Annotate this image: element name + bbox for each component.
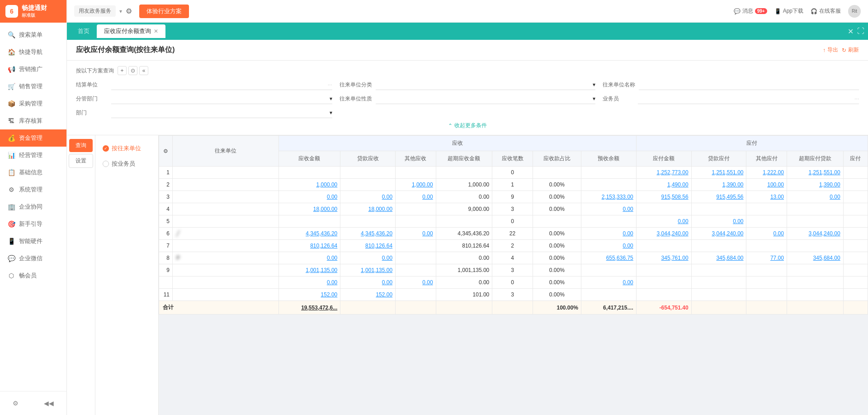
add-filter-btn[interactable]: + [118,66,127,75]
cell-2-8[interactable]: 2,153,333.00 [581,191,636,203]
cell-1-10[interactable]: 1,390.00 [691,179,746,191]
cell-2-11[interactable]: 13.00 [746,191,787,203]
cell-3-2[interactable]: 18,000.00 [278,203,340,215]
cell-10-2[interactable]: 152.00 [278,289,340,301]
cell-8-9[interactable] [636,264,691,277]
sidebar-item-quicknav[interactable]: 🏠 快捷导航 [0,43,66,61]
salesperson-input[interactable]: ··· [638,94,859,104]
cell-10-4[interactable] [396,289,436,301]
cell-0-9[interactable]: 1,252,773.00 [636,167,691,179]
cell-1-4[interactable]: 1,000.00 [396,179,436,191]
partner-nature-select[interactable]: ▾ [376,94,596,104]
cell-1-12[interactable]: 1,390.00 [787,179,843,191]
sidebar-item-inventory[interactable]: 🏗 库存核算 [0,112,66,129]
cell-0-8[interactable] [581,167,636,179]
cell-6-9[interactable] [636,240,691,252]
cell-7-10[interactable]: 345,684.00 [691,252,746,264]
cell-0-2[interactable] [278,167,340,179]
sidebar-item-purchase[interactable]: 📦 采购管理 [0,95,66,112]
cell-3-9[interactable] [636,203,691,215]
cell-5-2[interactable]: 4,345,436.20 [278,228,340,240]
sidebar-item-basicinfo[interactable]: 📋 基础信息 [0,164,66,181]
export-btn[interactable]: ↑ 导出 [823,46,838,54]
cell-2-10[interactable]: 915,495.56 [691,191,746,203]
tab-home[interactable]: 首页 [71,24,97,38]
cell-10-9[interactable] [636,289,691,301]
cell-7-3[interactable]: 0.00 [340,252,396,264]
cell-8-4[interactable] [396,264,436,277]
cell-10-12[interactable] [787,289,843,301]
cell-9-4[interactable]: 0.00 [396,277,436,289]
more-filter-btn[interactable]: « [139,66,148,75]
cell-10-10[interactable] [691,289,746,301]
cell-7-11[interactable]: 77.00 [746,252,787,264]
cell-8-2[interactable]: 1,001,135.00 [278,264,340,277]
sidebar-item-guide[interactable]: 🎯 新手引导 [0,215,66,233]
filter-panel-by-partner[interactable]: ✓ 按往来单位 [95,141,158,156]
cell-9-3[interactable]: 0.00 [340,277,396,289]
cell-2-4[interactable]: 0.00 [396,191,436,203]
cell-6-4[interactable] [396,240,436,252]
cell-1-9[interactable]: 1,490.00 [636,179,691,191]
app-download-btn[interactable]: 📱 App下载 [774,7,803,15]
cell-3-8[interactable]: 0.00 [581,203,636,215]
user-avatar[interactable]: Rit [848,5,861,18]
collapse-filter-btn[interactable]: ⌃ 收起更多条件 [76,122,859,129]
sidebar-item-sales[interactable]: 🛒 销售管理 [0,78,66,95]
cell-10-11[interactable] [746,289,787,301]
cell-4-11[interactable] [746,215,787,228]
cell-8-8[interactable] [581,264,636,277]
header-settings-icon[interactable]: ⚙ [126,7,132,15]
cell-3-12[interactable] [787,203,843,215]
company-selector[interactable]: 用友政务服务 [74,5,116,17]
cell-6-2[interactable]: 810,126.64 [278,240,340,252]
cell-1-11[interactable]: 100.00 [746,179,787,191]
refresh-btn[interactable]: ↻ 刷新 [842,46,859,54]
dept-select[interactable]: ▾ [111,108,332,118]
tab-close-icon[interactable]: ✕ [154,28,158,34]
sidebar-item-search[interactable]: 🔍 搜索菜单 [0,26,66,43]
cell-3-4[interactable] [396,203,436,215]
cell-5-11[interactable]: 0.00 [746,228,787,240]
cell-5-4[interactable]: 0.00 [396,228,436,240]
cell-7-8[interactable]: 655,636.75 [581,252,636,264]
cell-7-12[interactable]: 345,684.00 [787,252,843,264]
promo-button[interactable]: 体验行业方案 [139,5,189,18]
cell-7-9[interactable]: 345,761.00 [636,252,691,264]
dept-mgr-select[interactable]: ▾ [111,94,332,104]
query-button[interactable]: 查询 [69,139,93,152]
cell-8-10[interactable] [691,264,746,277]
sidebar-item-enterprise[interactable]: 🏢 企业协同 [0,198,66,215]
cell-2-9[interactable]: 915,508.56 [636,191,691,203]
cell-6-3[interactable]: 810,126.64 [340,240,396,252]
cell-9-11[interactable] [746,277,787,289]
cell-6-8[interactable]: 0.00 [581,240,636,252]
cell-9-9[interactable] [636,277,691,289]
cell-7-2[interactable]: 0.00 [278,252,340,264]
sidebar-item-system[interactable]: ⚙ 系统管理 [0,181,66,198]
cell-5-10[interactable]: 3,044,240.00 [691,228,746,240]
sidebar-item-operations[interactable]: 📊 经营管理 [0,147,66,164]
cell-0-3[interactable] [340,167,396,179]
cell-8-12[interactable] [787,264,843,277]
tab-ar-ap[interactable]: 应收应付余额查询 ✕ [97,24,165,38]
messages-btn[interactable]: 💬 消息 99+ [734,7,767,15]
cell-4-2[interactable] [278,215,340,228]
cell-9-10[interactable] [691,277,746,289]
sidebar-item-wechat[interactable]: 💬 企业微信 [0,250,66,267]
cell-5-3[interactable]: 4,345,436.20 [340,228,396,240]
settings-filter-btn[interactable]: ⊙ [128,66,137,75]
cell-8-3[interactable]: 1,001,135.00 [340,264,396,277]
cell-0-10[interactable]: 1,251,551.00 [691,167,746,179]
cell-2-3[interactable]: 0.00 [340,191,396,203]
total-ar-amount[interactable]: 19,553,472,6... [278,301,340,315]
partner-cat-select[interactable]: ▾ [376,80,596,90]
cell-10-3[interactable]: 152.00 [340,289,396,301]
cell-8-11[interactable] [746,264,787,277]
cell-6-12[interactable] [787,240,843,252]
cell-9-8[interactable]: 0.00 [581,277,636,289]
cell-7-4[interactable] [396,252,436,264]
sidebar-item-finance[interactable]: 💰 资金管理 [0,129,66,147]
cell-1-8[interactable] [581,179,636,191]
tab-close-all-icon[interactable]: ✕ [848,27,854,36]
